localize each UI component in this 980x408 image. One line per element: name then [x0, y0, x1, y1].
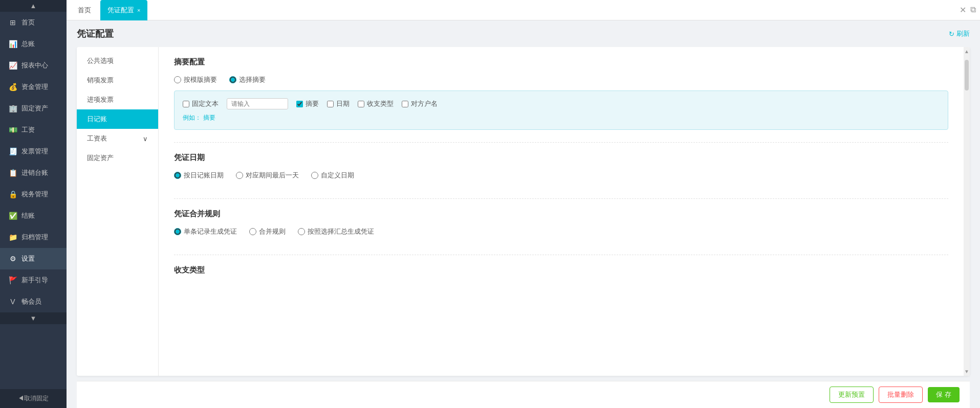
left-nav-purchase-invoice[interactable]: 进项发票	[77, 90, 158, 109]
member-icon: V	[8, 298, 17, 306]
bottom-action-bar: 更新预置 批量删除 保 存	[77, 381, 970, 408]
sidebar-item-member[interactable]: V 畅会员	[0, 291, 67, 312]
content-area: 公共选项 销项发票 进项发票 日记账 工资表 ∨ 固定资产	[77, 47, 970, 376]
sidebar-scroll-up[interactable]: ▲	[0, 0, 67, 12]
scrollbar-track[interactable]: ▲ ▼	[964, 47, 970, 376]
checkbox-summary-input[interactable]	[296, 101, 303, 107]
sidebar-item-label: 结账	[21, 211, 35, 220]
income-type-title: 收支类型	[174, 265, 948, 275]
invoice-icon: 🧾	[8, 147, 17, 155]
sidebar-item-label: 归档管理	[21, 233, 48, 242]
radio-merge-rule[interactable]: 合并规则	[249, 227, 286, 236]
radio-last-day[interactable]: 对应期间最后一天	[236, 171, 299, 180]
checkbox-date[interactable]: 日期	[327, 99, 350, 108]
checkbox-income-type-label: 收支类型	[367, 99, 394, 108]
summary-example: 例如： 摘要	[183, 114, 940, 122]
checkbox-summary[interactable]: 摘要	[296, 99, 319, 108]
report-icon: 📈	[8, 61, 17, 70]
save-button[interactable]: 保 存	[928, 387, 960, 402]
sidebar-scroll-down[interactable]: ▼	[0, 312, 67, 324]
radio-custom-date[interactable]: 自定义日期	[311, 171, 354, 180]
checkbox-counterpart[interactable]: 对方户名	[402, 99, 438, 108]
radio-journal-date[interactable]: 按日记账日期	[174, 171, 224, 180]
sidebar-item-salary[interactable]: 💵 工资	[0, 119, 67, 141]
salary-icon: 💵	[8, 126, 17, 134]
radio-single-record[interactable]: 单条记录生成凭证	[174, 227, 237, 236]
main-area: 首页 凭证配置 × ✕ ⧉ 凭证配置 ↻ 刷新 公共选项 销项发票	[67, 0, 980, 408]
radio-custom-date-input[interactable]	[311, 172, 318, 179]
left-nav-fixed-assets[interactable]: 固定资产	[77, 148, 158, 168]
radio-summary-input[interactable]	[298, 228, 305, 235]
left-nav: 公共选项 销项发票 进项发票 日记账 工资表 ∨ 固定资产	[77, 47, 159, 376]
radio-merge-input[interactable]	[249, 228, 256, 235]
sidebar-item-invoice-mgmt[interactable]: 🧾 发票管理	[0, 141, 67, 162]
sidebar-item-checkout[interactable]: ✅ 结账	[0, 205, 67, 226]
radio-template-input[interactable]	[174, 76, 181, 83]
fixed-text-input[interactable]	[227, 98, 288, 109]
radio-single-label: 单条记录生成凭证	[184, 227, 237, 236]
checkbox-fixed-text-input[interactable]	[183, 101, 189, 107]
tab-voucher-label: 凭证配置	[107, 6, 134, 15]
sidebar-item-fixed-assets[interactable]: 🏢 固定资产	[0, 98, 67, 119]
merge-rule-section: 凭证合并规则 单条记录生成凭证 合并规则 按照选择汇总生成凭证	[174, 209, 948, 255]
radio-select-summary[interactable]: 选择摘要	[229, 75, 266, 84]
summary-radio-group: 按模版摘要 选择摘要	[174, 75, 948, 84]
sidebar-item-label: 设置	[21, 254, 35, 263]
radio-template-summary[interactable]: 按模版摘要	[174, 75, 217, 84]
left-nav-purchase-invoice-label: 进项发票	[87, 95, 114, 104]
left-nav-salary-table[interactable]: 工资表 ∨	[77, 129, 158, 148]
sidebar-item-guide[interactable]: 🚩 新手引导	[0, 269, 67, 291]
summary-config-section: 摘要配置 按模版摘要 选择摘要	[174, 57, 948, 143]
radio-select-label: 选择摘要	[239, 75, 266, 84]
refresh-label: 刷新	[956, 29, 970, 38]
checkbox-fixed-text-label: 固定文本	[192, 99, 219, 108]
radio-select-input[interactable]	[229, 76, 236, 83]
checkbox-fixed-text[interactable]: 固定文本	[183, 99, 219, 108]
sidebar-item-home[interactable]: ⊞ 首页	[0, 12, 67, 33]
left-nav-journal[interactable]: 日记账	[77, 109, 158, 129]
home-icon: ⊞	[8, 18, 17, 27]
scroll-down-arrow[interactable]: ▼	[964, 367, 970, 376]
radio-single-input[interactable]	[174, 228, 181, 235]
scroll-thumb[interactable]	[965, 60, 969, 90]
checkbox-income-type[interactable]: 收支类型	[358, 99, 394, 108]
radio-journal-date-input[interactable]	[174, 172, 181, 179]
left-nav-journal-label: 日记账	[87, 115, 107, 124]
radio-template-label: 按模版摘要	[184, 75, 217, 84]
checkbox-counterpart-input[interactable]	[402, 101, 408, 107]
tab-voucher-config[interactable]: 凭证配置 ×	[100, 0, 147, 20]
batch-delete-button[interactable]: 批量删除	[879, 387, 923, 403]
checkbox-counterpart-label: 对方户名	[411, 99, 438, 108]
update-preview-button[interactable]: 更新预置	[830, 387, 874, 403]
close-window-icon[interactable]: ✕	[960, 5, 966, 15]
example-label: 例如：	[183, 114, 201, 121]
ledger-icon: 📊	[8, 40, 17, 48]
sidebar-item-reports[interactable]: 📈 报表中心	[0, 55, 67, 76]
sidebar-item-tax-mgmt[interactable]: 🔒 税务管理	[0, 184, 67, 205]
checkbox-date-input[interactable]	[327, 101, 334, 107]
sidebar-unpin-button[interactable]: ◀取消固定	[0, 389, 67, 408]
assets-icon: 🏢	[8, 104, 17, 112]
checkbox-income-type-input[interactable]	[358, 101, 364, 107]
sidebar-item-settings[interactable]: ⚙ 设置	[0, 248, 67, 269]
radio-last-day-input[interactable]	[236, 172, 243, 179]
sidebar-item-label: 新手引导	[21, 276, 48, 285]
summary-checkbox-row: 固定文本 摘要 日期	[183, 98, 940, 109]
tab-close-icon[interactable]: ×	[137, 7, 140, 13]
sidebar-item-fund-mgmt[interactable]: 💰 资金管理	[0, 76, 67, 98]
sidebar-item-archive[interactable]: 📁 归档管理	[0, 226, 67, 248]
checkbox-summary-label: 摘要	[306, 99, 319, 108]
sidebar-item-label: 税务管理	[21, 190, 48, 199]
left-nav-sales-invoice[interactable]: 销项发票	[77, 71, 158, 90]
radio-summary-voucher[interactable]: 按照选择汇总生成凭证	[298, 227, 374, 236]
scroll-up-arrow[interactable]: ▲	[964, 47, 970, 56]
sidebar-item-general-ledger[interactable]: 📊 总账	[0, 33, 67, 55]
sidebar-item-label: 畅会员	[21, 297, 41, 306]
refresh-button[interactable]: ↻ 刷新	[949, 29, 970, 38]
restore-window-icon[interactable]: ⧉	[970, 5, 976, 15]
income-type-section: 收支类型	[174, 265, 948, 296]
sidebar-item-sales-ledger[interactable]: 📋 进销台账	[0, 162, 67, 184]
left-nav-public[interactable]: 公共选项	[77, 51, 158, 71]
voucher-date-title: 凭证日期	[174, 153, 948, 163]
tab-home[interactable]: 首页	[71, 0, 98, 20]
